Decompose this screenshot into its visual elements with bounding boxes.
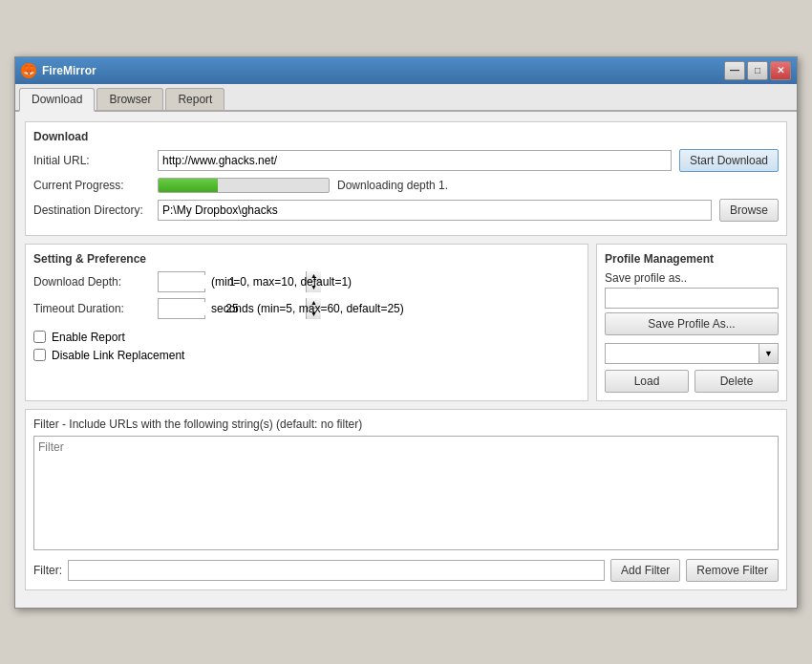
initial-url-label: Initial URL:: [33, 154, 158, 167]
filter-row: Filter: Add Filter Remove Filter: [33, 559, 779, 582]
disable-link-row: Disable Link Replacement: [33, 349, 580, 362]
tab-download[interactable]: Download: [19, 88, 95, 112]
tab-bar: Download Browser Report: [15, 84, 797, 112]
close-button[interactable]: ✕: [770, 61, 791, 80]
download-section: Download Initial URL: Start Download Cur…: [25, 121, 787, 236]
window-title: FireMirror: [42, 64, 96, 77]
current-progress-label: Current Progress:: [33, 179, 158, 192]
download-title: Download: [33, 130, 779, 143]
disable-link-checkbox[interactable]: [33, 349, 46, 361]
browse-button[interactable]: Browse: [719, 199, 779, 222]
enable-report-checkbox[interactable]: [33, 331, 46, 343]
tab-report[interactable]: Report: [165, 88, 224, 110]
title-bar: 🦊 FireMirror — □ ✕: [15, 57, 797, 84]
progress-container: Downloading depth 1.: [158, 178, 779, 193]
timeout-hint: seconds (min=5, max=60, default=25): [211, 302, 404, 315]
depth-label: Download Depth:: [33, 275, 158, 289]
timeout-spinner[interactable]: ▲ ▼: [158, 298, 205, 319]
dropdown-arrow-icon: ▼: [759, 344, 778, 363]
filter-title: Filter - Include URLs with the following…: [33, 418, 779, 431]
enable-report-row: Enable Report: [33, 331, 580, 344]
save-profile-as-label: Save profile as..: [605, 271, 779, 285]
filter-label: Filter:: [33, 564, 62, 577]
filter-textarea[interactable]: [33, 436, 779, 550]
initial-url-input[interactable]: [158, 150, 672, 171]
tab-browser[interactable]: Browser: [96, 88, 163, 110]
profile-dropdown[interactable]: ▼: [605, 343, 779, 364]
disable-link-label: Disable Link Replacement: [52, 349, 184, 362]
start-download-button[interactable]: Start Download: [679, 149, 779, 172]
filter-section: Filter - Include URLs with the following…: [25, 409, 787, 590]
delete-button[interactable]: Delete: [694, 370, 779, 393]
save-profile-as-button[interactable]: Save Profile As...: [605, 312, 779, 335]
load-delete-row: Load Delete: [605, 370, 779, 393]
timeout-row: Timeout Duration: ▲ ▼ seconds (min=5, ma…: [33, 298, 580, 319]
progress-bar: [158, 178, 330, 193]
profile-section: Profile Management Save profile as.. Sav…: [596, 244, 787, 401]
settings-title: Setting & Preference: [33, 252, 580, 266]
add-filter-button[interactable]: Add Filter: [610, 559, 680, 582]
destination-label: Destination Directory:: [33, 203, 158, 217]
load-button[interactable]: Load: [605, 370, 689, 393]
minimize-button[interactable]: —: [724, 61, 745, 80]
filter-input[interactable]: [68, 560, 605, 581]
initial-url-row: Initial URL: Start Download: [33, 149, 779, 172]
destination-input[interactable]: [158, 200, 712, 221]
destination-row: Destination Directory: Browse: [33, 199, 779, 222]
timeout-label: Timeout Duration:: [33, 302, 158, 315]
depth-hint: (min=0, max=10, default=1): [211, 275, 352, 289]
depth-spinner[interactable]: ▲ ▼: [158, 271, 205, 292]
maximize-button[interactable]: □: [747, 61, 768, 80]
window-controls: — □ ✕: [724, 61, 791, 80]
main-content: Download Initial URL: Start Download Cur…: [15, 112, 797, 608]
main-window: 🦊 FireMirror — □ ✕ Download Browser Repo…: [14, 56, 798, 609]
progress-bar-fill: [159, 179, 218, 192]
progress-text: Downloading depth 1.: [337, 179, 448, 192]
settings-section: Setting & Preference Download Depth: ▲ ▼…: [25, 244, 588, 401]
enable-report-label: Enable Report: [52, 331, 125, 344]
current-progress-row: Current Progress: Downloading depth 1.: [33, 178, 779, 193]
app-icon: 🦊: [21, 63, 36, 78]
remove-filter-button[interactable]: Remove Filter: [686, 559, 779, 582]
profile-title: Profile Management: [605, 252, 779, 266]
depth-row: Download Depth: ▲ ▼ (min=0, max=10, defa…: [33, 271, 580, 292]
profile-name-input[interactable]: [605, 288, 779, 309]
middle-row: Setting & Preference Download Depth: ▲ ▼…: [25, 244, 787, 401]
